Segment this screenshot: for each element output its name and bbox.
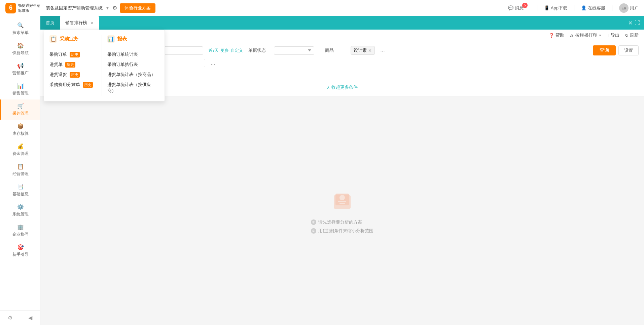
system-icon: ⚙️ — [17, 204, 24, 210]
print-dropdown-icon[interactable]: ▼ — [599, 34, 602, 37]
quick-custom-btn[interactable]: 自定义 — [231, 48, 243, 53]
report-col-title: 📊 报表 — [107, 35, 159, 45]
svg-rect-3 — [338, 201, 346, 202]
search-icon: 🔍 — [17, 22, 24, 29]
purchase-col-title: 📋 采购业务 — [49, 35, 102, 45]
purchase-col-title-icon: 📋 — [49, 35, 57, 43]
empty-illustration — [329, 187, 356, 214]
tab-home[interactable]: 首页 — [40, 16, 60, 30]
tab-bar: 首页 销售排行榜 ✕ ✕ ⛶ — [40, 16, 644, 30]
system-name: 装备及固定资产辅助管理系统 — [46, 5, 103, 11]
sidebar-item-system[interactable]: ⚙️ 系统管理 — [0, 200, 40, 220]
sidebar-collapse-btn[interactable]: ◀ — [28, 315, 32, 321]
sidebar-item-marketing[interactable]: 📢 营销推广 — [0, 59, 40, 79]
doc-status-label: 单据状态 — [248, 47, 269, 53]
sidebar-label: 系统管理 — [12, 211, 29, 217]
tab-close-icon[interactable]: ✕ — [91, 21, 94, 25]
dropdown-item-expense[interactable]: 采购费用分摊单 历史 — [49, 80, 102, 90]
refresh-action[interactable]: ↻ 刷新 — [625, 32, 639, 38]
history-badge: 历史 — [65, 62, 75, 68]
dropdown-item-po-execution[interactable]: 采购订单执行表 — [107, 59, 159, 70]
sidebar-item-basic-info[interactable]: 📑 基础信息 — [0, 180, 40, 200]
dropdown-item-purchase-order[interactable]: 采购订单 历史 — [49, 49, 102, 59]
export-action[interactable]: ↑ 导出 — [607, 32, 620, 38]
date-quick-btns: 近7天 更多 自定义 — [209, 48, 243, 53]
sidebar-item-guide[interactable]: 🎯 新手引导 — [0, 241, 40, 261]
history-badge: 历史 — [70, 72, 80, 78]
history-badge: 历史 — [70, 52, 80, 57]
sidebar-bottom: ⚙ ◀ — [0, 310, 40, 325]
dropdown-item-inbound-by-supplier[interactable]: 进货单统计表（按供应商） — [107, 80, 159, 96]
sidebar-item-inventory[interactable]: 📦 库存核算 — [0, 120, 40, 140]
app-download-action[interactable]: 📱 App下载 — [544, 5, 567, 11]
empty-state: ① 请先选择要分析的方案 ② 用[过滤]条件来缩小分析范围 — [40, 97, 644, 325]
separator3 — [612, 5, 612, 11]
query-actions: 查询 设置 — [593, 45, 639, 55]
user-action[interactable]: Ea 用户 — [619, 3, 639, 13]
dropdown-item-inbound-by-goods[interactable]: 进货单统计表（按商品） — [107, 70, 159, 80]
dropdown-item-return[interactable]: 进货退货 历史 — [49, 70, 102, 80]
history-badge: 历史 — [83, 82, 93, 88]
sidebar-label: 销售管理 — [12, 90, 29, 96]
sidebar-label: 快捷导航 — [12, 50, 29, 56]
service-icon: 👤 — [581, 5, 586, 10]
dropdown-item-po-summary[interactable]: 采购订单统计表 — [107, 49, 159, 59]
tip-num-1: ① — [311, 219, 316, 225]
phone-icon: 📱 — [544, 5, 549, 10]
sidebar-item-purchase[interactable]: 🛒 采购管理 — [0, 99, 40, 120]
tab-close-all-icon[interactable]: ✕ — [628, 20, 633, 26]
sidebar-item-operations[interactable]: 📋 经营管理 — [0, 160, 40, 180]
inventory-icon: 📦 — [17, 123, 24, 129]
sidebar-label: 采购管理 — [12, 111, 29, 116]
sidebar-item-finance[interactable]: 💰 资金管理 — [0, 140, 40, 160]
goods-tag-close[interactable]: ✕ — [368, 48, 372, 53]
settings-icon[interactable]: ⚙ — [112, 5, 117, 11]
logo-area: 6 畅捷通好生意 标准版 — [5, 3, 46, 13]
tab-bar-actions: ✕ ⛶ — [628, 20, 644, 26]
doc-status-select[interactable] — [274, 46, 314, 55]
quick-7days-btn[interactable]: 近7天 — [209, 48, 219, 53]
print-action[interactable]: 🖨 按模板打印 ▼ — [570, 32, 602, 38]
goods-more-btn[interactable]: ... — [380, 47, 385, 53]
system-area: 装备及固定资产辅助管理系统 ▼ ⚙ 体验行业方案 — [46, 3, 508, 13]
sidebar-item-quick-nav[interactable]: 🏠 快捷导航 — [0, 39, 40, 59]
collapse-btn[interactable]: ∧ 收起更多条件 — [327, 84, 358, 90]
logo-text: 畅捷通好生意 标准版 — [18, 3, 40, 13]
logo-icon: 6 — [5, 3, 16, 13]
sidebar-settings-btn[interactable]: ⚙ — [8, 315, 12, 321]
purchase-dropdown-menu: 📋 采购业务 采购订单 历史 进货单 历史 进货退货 历史 采购费用分摊单 历史 — [44, 30, 165, 101]
report-col: 📊 报表 采购订单统计表 采购订单执行表 进货单统计表（按商品） 进货单统计表（… — [102, 35, 159, 96]
tab-expand-icon[interactable]: ⛶ — [635, 20, 640, 26]
salesperson-more-btn[interactable]: ... — [211, 60, 215, 66]
top-bar: 6 畅捷通好生意 标准版 装备及固定资产辅助管理系统 ▼ ⚙ 体验行业方案 💬 … — [0, 0, 644, 16]
basic-info-icon: 📑 — [17, 184, 24, 190]
dropdown-item-inbound[interactable]: 进货单 历史 — [49, 59, 102, 70]
goods-tag: 设计素 ✕ — [351, 46, 375, 55]
app-container: 6 畅捷通好生意 标准版 装备及固定资产辅助管理系统 ▼ ⚙ 体验行业方案 💬 … — [0, 0, 644, 325]
sidebar-label: 营销推广 — [12, 70, 29, 76]
print-icon: 🖨 — [570, 33, 574, 38]
query-btn[interactable]: 查询 — [593, 45, 616, 55]
industry-btn[interactable]: 体验行业方案 — [120, 3, 155, 13]
operations-icon: 📋 — [17, 163, 24, 170]
tab-sales-rank[interactable]: 销售排行榜 ✕ — [60, 16, 99, 30]
quick-more-btn[interactable]: 更多 — [221, 48, 229, 53]
sales-icon: 📊 — [17, 83, 24, 89]
home-tab-label: 首页 — [46, 20, 55, 26]
help-icon: ❓ — [549, 33, 554, 38]
purchase-col: 📋 采购业务 采购订单 历史 进货单 历史 进货退货 历史 采购费用分摊单 历史 — [49, 35, 102, 96]
topbar-actions: 💬 消息 5 📱 App下载 👤 在线客服 Ea 用户 — [508, 3, 639, 13]
sales-rank-tab-label: 销售排行榜 — [65, 20, 87, 26]
online-service-action[interactable]: 👤 在线客服 — [581, 5, 605, 11]
message-action[interactable]: 💬 消息 5 — [508, 5, 530, 11]
tip-row-2: ② 用[过滤]条件来缩小分析范围 — [311, 227, 373, 235]
set-btn[interactable]: 设置 — [618, 45, 639, 55]
separator2 — [574, 5, 574, 11]
empty-tips: ① 请先选择要分析的方案 ② 用[过滤]条件来缩小分析范围 — [311, 218, 373, 235]
sidebar-item-sales[interactable]: 📊 销售管理 — [0, 79, 40, 99]
help-action[interactable]: ❓ 帮助 — [549, 32, 564, 38]
refresh-icon: ↻ — [625, 33, 629, 38]
sidebar-item-search[interactable]: 🔍 搜索菜单 — [0, 19, 40, 39]
dropdown-arrow-icon[interactable]: ▼ — [105, 5, 110, 10]
sidebar-item-enterprise[interactable]: 🏢 企业协同 — [0, 220, 40, 241]
